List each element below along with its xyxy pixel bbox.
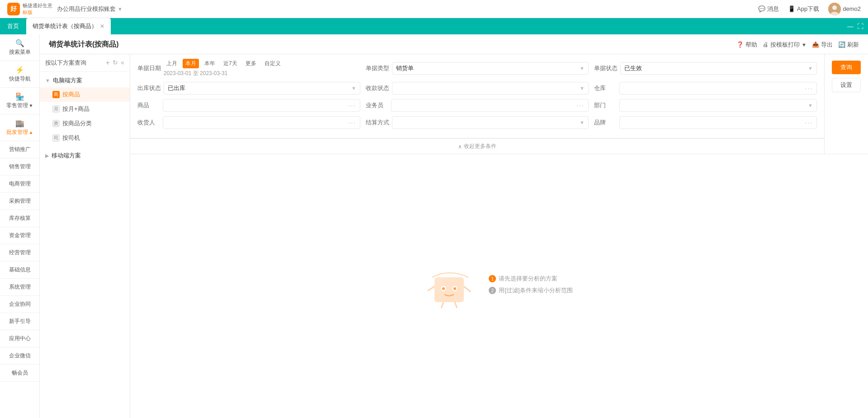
goods-value[interactable]: ··· <box>163 99 360 112</box>
quicknav-icon: ⚡ <box>2 66 38 74</box>
topbar-right: 💬 消息 📱 App下载 demo2 <box>758 3 861 15</box>
sidebar-item-appcenter[interactable]: 应用中心 <box>0 330 39 347</box>
sidebar-item-wholesale[interactable]: 🏬 批发管理 ▲ <box>0 114 39 141</box>
export-btn[interactable]: 📤 导出 <box>812 41 833 49</box>
filter-salesperson: 业务员 ··· <box>366 99 589 112</box>
svg-line-10 <box>441 302 443 308</box>
scheme-panel: 按以下方案查询 + ↻ « ▼ 电脑端方案 商 按商品 <box>40 54 130 418</box>
date-btn-thismonth[interactable]: 本月 <box>183 59 199 68</box>
sidebar-item-purchase[interactable]: 采购管理 <box>0 193 39 210</box>
receiver-label: 收货人 <box>137 119 160 127</box>
template-print-btn[interactable]: 🖨 按模板打印 ▼ <box>763 41 807 49</box>
outstatus-label: 出库状态 <box>137 84 161 92</box>
sidebar-item-inventory[interactable]: 库存核算 <box>0 210 39 227</box>
sidebar-item-search[interactable]: 🔍 搜索菜单 <box>0 34 39 61</box>
date-btn-custom[interactable]: 自定义 <box>262 59 283 68</box>
more-icon: ··· <box>348 102 356 109</box>
sidebar-item-quicknav[interactable]: ⚡ 快捷导航 <box>0 61 39 88</box>
minimize-icon[interactable]: — <box>847 23 854 30</box>
brand-value[interactable]: ··· <box>619 116 817 129</box>
query-actions: 查询 设置 <box>824 54 868 154</box>
filter-warehouse: 仓库 ··· <box>594 82 817 95</box>
tab-active[interactable]: 销货单统计表（按商品） ✕ <box>26 18 111 34</box>
sidebar-item-member[interactable]: 畅会员 <box>0 365 39 382</box>
tab-close-icon[interactable]: ✕ <box>100 23 104 29</box>
filter-row-2: 出库状态 已出库 ▼ 收款状态 <box>137 82 817 95</box>
sidebar-item-retail[interactable]: 🏪 零售管理 ▼ <box>0 88 39 114</box>
more-icon: ··· <box>805 119 813 126</box>
tabbar-actions: — ⛶ <box>847 23 868 30</box>
svg-line-9 <box>464 286 471 292</box>
user-menu[interactable]: demo2 <box>828 3 861 15</box>
more-icon: ··· <box>576 102 585 109</box>
chevron-down-icon: ▼ <box>118 6 123 12</box>
date-btn-7days[interactable]: 近7天 <box>221 59 240 68</box>
wholesale-icon: 🏬 <box>2 119 38 128</box>
sidebar-item-guide[interactable]: 新手引导 <box>0 313 39 330</box>
scheme-item-by-goods[interactable]: 商 按商品 <box>40 87 130 102</box>
maximize-icon[interactable]: ⛶ <box>857 23 863 30</box>
warehouse-value[interactable]: ··· <box>619 82 817 95</box>
date-label: 单据日期 <box>137 64 161 72</box>
collapse-scheme-icon[interactable]: « <box>121 59 124 67</box>
receiptstatus-value[interactable]: ▼ <box>392 82 589 95</box>
sidebar-item-sales[interactable]: 销售管理 <box>0 158 39 176</box>
help-btn[interactable]: ❓ 帮助 <box>736 41 757 49</box>
sidebar-item-marketing[interactable]: 营销推广 <box>0 141 39 158</box>
sidebar-item-system[interactable]: 系统管理 <box>0 279 39 296</box>
workspace-selector[interactable]: 办公用品行业模拟账套 ▼ <box>57 5 123 13</box>
scheme-item-icon-driver: 司 <box>52 134 60 142</box>
goods-label: 商品 <box>137 101 160 109</box>
collapse-bar[interactable]: ∧ 收起更多条件 <box>130 138 824 154</box>
scheme-item-by-category[interactable]: 类 按商品分类 <box>40 116 130 131</box>
docstatus-label: 单据状态 <box>594 64 618 72</box>
department-value[interactable]: ▼ <box>619 99 817 112</box>
doctype-value[interactable]: 销货单 ▼ <box>392 62 589 75</box>
date-btn-thisyear[interactable]: 本年 <box>202 59 218 68</box>
settlement-value[interactable]: ▼ <box>392 116 589 129</box>
department-label: 部门 <box>594 101 617 109</box>
export-icon: 📤 <box>812 41 819 48</box>
scheme-panel-header: 按以下方案查询 + ↻ « <box>40 54 130 72</box>
date-btn-more[interactable]: 更多 <box>243 59 259 68</box>
filter-row-1: 单据日期 上月 本月 本年 近7天 更多 自定义 <box>137 59 817 77</box>
tabbar: 首页 销货单统计表（按商品） ✕ — ⛶ <box>0 18 868 34</box>
empty-illustration: 1 请先选择要分析的方案 2 用[过滤]条件来缩小分析范围 <box>425 264 572 309</box>
salesperson-value[interactable]: ··· <box>391 99 589 112</box>
settings-button[interactable]: 设置 <box>832 78 861 92</box>
chevron-down-icon: ▼ <box>808 103 813 108</box>
refresh-scheme-icon[interactable]: ↻ <box>113 59 118 67</box>
docstatus-value[interactable]: 已生效 ▼ <box>620 62 817 75</box>
app-download-btn[interactable]: 📱 App下载 <box>788 5 819 13</box>
logo-text: 畅捷通好生意 标版 <box>23 2 52 15</box>
page-title: 销货单统计表(按商品) <box>49 40 119 49</box>
scheme-group-header-pc[interactable]: ▼ 电脑端方案 <box>40 74 130 87</box>
svg-line-8 <box>428 286 434 291</box>
settlement-label: 结算方式 <box>366 119 389 127</box>
tab-home[interactable]: 首页 <box>0 18 26 34</box>
message-btn[interactable]: 💬 消息 <box>758 5 779 13</box>
scheme-group-header-mobile[interactable]: ▶ 移动端方案 <box>40 149 130 162</box>
sidebar-item-basic[interactable]: 基础信息 <box>0 261 39 279</box>
chevron-down-icon: ▼ <box>351 86 356 91</box>
sidebar-item-enterprise[interactable]: 企业协同 <box>0 296 39 313</box>
scheme-panel-actions: + ↻ « <box>106 59 124 67</box>
scheme-item-by-driver[interactable]: 司 按司机 <box>40 131 130 145</box>
filter-receiptstatus: 收款状态 ▼ <box>366 82 589 95</box>
add-scheme-icon[interactable]: + <box>106 59 110 67</box>
sidebar-item-management[interactable]: 经营管理 <box>0 244 39 261</box>
outstatus-value[interactable]: 已出库 ▼ <box>164 82 360 95</box>
filter-docstatus: 单据状态 已生效 ▼ <box>594 59 817 77</box>
scheme-item-icon-category: 类 <box>52 120 60 127</box>
sidebar-item-ecommerce[interactable]: 电商管理 <box>0 176 39 193</box>
date-btn-lastmonth[interactable]: 上月 <box>164 59 180 68</box>
refresh-btn[interactable]: 🔄 刷新 <box>838 41 859 49</box>
sidebar-item-finance[interactable]: 资金管理 <box>0 227 39 244</box>
filter-date: 单据日期 上月 本月 本年 近7天 更多 自定义 <box>137 59 360 77</box>
sidebar-item-wechat[interactable]: 企业微信 <box>0 347 39 365</box>
phone-icon: 📱 <box>788 5 795 12</box>
receiver-value[interactable]: ··· <box>163 116 360 129</box>
scheme-item-by-month-goods[interactable]: 月 按月+商品 <box>40 102 130 116</box>
svg-point-6 <box>442 287 445 290</box>
query-button[interactable]: 查询 <box>832 61 861 74</box>
